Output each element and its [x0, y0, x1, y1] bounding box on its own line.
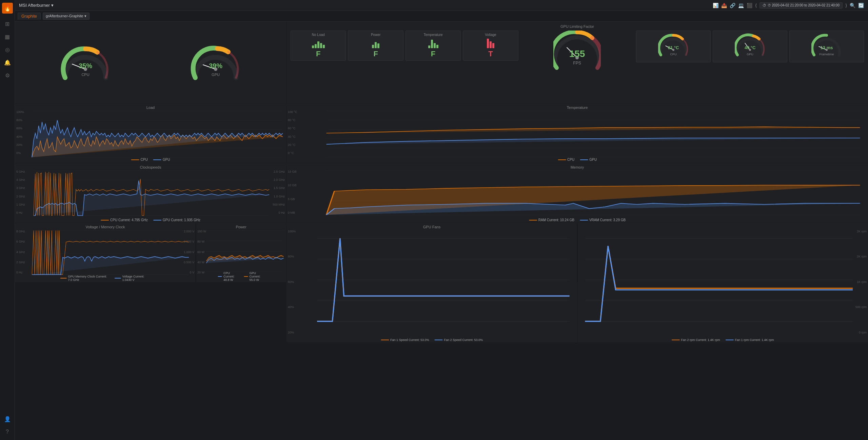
gpu-limiting-title: GPU Limiting Factor	[291, 24, 864, 28]
fans-y-axis-right: 2K rpm 2K rpm 1K rpm 500 rpm 0 rpm	[855, 230, 867, 334]
temperature-chart-title: Temperature	[287, 106, 868, 110]
temperature-chart-panel: Temperature 100 °C 80 °C 60 °C 40 °C 20 …	[287, 103, 868, 163]
voltage-y-axis-right: 2.000 V 1.500 V 1.000 V 0.500 V 0 V	[184, 230, 194, 274]
load-chart-panel: Load 100% 80% 60% 40% 20% 0%	[15, 103, 286, 163]
voltage-chart-title: Voltage / Memory Clock	[15, 225, 196, 229]
legend-clock-gpu: GPU Current: 1.935 GHz	[153, 218, 200, 222]
clockspeed-legend: CPU Current: 4.795 GHz GPU Current: 1.93…	[101, 218, 200, 222]
gpu-limiting-panel: GPU Limiting Factor No Load	[287, 22, 868, 103]
svg-text:39%: 39%	[209, 62, 222, 70]
temp-bars	[428, 38, 438, 48]
limiting-voltage: Voltage T	[463, 31, 518, 61]
app-logo: 🔥	[2, 3, 13, 14]
fps-gauge-container: 155 FPS	[520, 31, 634, 78]
limiting-no-load: No Load F	[291, 31, 346, 61]
voltage-bars	[487, 38, 494, 48]
prev-icon[interactable]: ⟨	[755, 3, 757, 8]
bottom-right-panels: GPU Fans 100% 80% 60% 40% 20%	[287, 223, 868, 282]
clock-gpu-current: GPU Current: 1.935 GHz	[163, 218, 200, 222]
memory-chart-title: Memory	[287, 165, 868, 169]
next-icon[interactable]: ⟩	[845, 3, 847, 8]
cpu-gauge-svg: 35% CPU	[60, 44, 111, 81]
no-load-bars	[312, 38, 325, 48]
svg-text:35%: 35%	[79, 62, 92, 70]
gpu-temp-gauge: 49 °C GPU	[713, 31, 787, 62]
fans-rpm-svg	[577, 223, 868, 342]
user-icon[interactable]: 👤	[2, 414, 13, 424]
gpu-temp-gauge-svg: 49 °C GPU	[735, 33, 765, 60]
temp-y-axis: 100 °C 80 °C 60 °C 40 °C 20 °C 0 °C	[288, 110, 297, 155]
refresh-icon[interactable]: 🔄	[858, 3, 864, 8]
fans-percent-legend: Fan 1 Speed Current: 53.0% Fan 2 Speed C…	[381, 338, 483, 342]
main-area: MSI Afterburner ▾ 📊 📤 🔗 💻 ⬛ ⟨ ⏱ ⏱ 2020-0…	[15, 0, 868, 440]
chart-icon[interactable]: 📊	[713, 3, 718, 8]
dashboard-selector[interactable]: grAfterburner-Graphite ▾	[43, 13, 90, 20]
app-title[interactable]: MSI Afterburner ▾	[19, 3, 54, 8]
frametime-gauge-svg: 13 ms Frametime	[811, 33, 842, 60]
legend-temp-cpu: CPU	[558, 158, 574, 161]
memory-chart-panel: Memory 15 GB 10 GB 5 GB 0 MB RA	[287, 163, 868, 223]
load-chart-legend: CPU GPU	[131, 158, 170, 161]
power-y-axis: 100 W 80 W 60 W 40 W 20 W	[197, 230, 206, 274]
left-navigation: 🔥 ⊞ ▦ ◎ 🔔 ⚙ 👤 ?	[0, 0, 15, 440]
svg-text:61 °C: 61 °C	[668, 45, 679, 50]
legend-ram: RAM Current: 10.24 GB	[529, 218, 574, 222]
clock-cpu-current: CPU Current: 4.795 GHz	[110, 218, 148, 222]
monitor-icon[interactable]: 💻	[738, 3, 744, 8]
clockspeed-chart-panel: Clockspeeds 5 GHz 4 GHz 3 GHz 2 GHz 1 GH…	[15, 163, 286, 223]
svg-text:GPU: GPU	[212, 73, 220, 77]
zoom-icon[interactable]: 🔍	[850, 3, 855, 8]
bottom-left-panels: Voltage / Memory Clock 8 GHz 6 GHz 4 GHz…	[15, 223, 286, 282]
limiting-power: Power F	[348, 31, 403, 61]
home-icon[interactable]: ⊞	[2, 18, 13, 29]
top-bar-actions: 📊 📤 🔗 💻 ⬛ ⟨ ⏱ ⏱ 2020-04-02 21:20:00 to 2…	[713, 2, 864, 8]
load-y-axis: 100% 80% 60% 40% 20% 0%	[16, 110, 24, 155]
breadcrumb-bar: Graphite grAfterburner-Graphite ▾	[15, 11, 868, 22]
power-legend: CPU Current: 48.8 W GPU Current: 55.0 W	[218, 271, 264, 282]
gpu-fans-percent-panel: GPU Fans 100% 80% 60% 40% 20%	[287, 223, 577, 342]
power-chart-panel: Power 100 W 80 W 60 W 40 W 20 W	[196, 223, 286, 282]
link-icon[interactable]: 🔗	[730, 3, 735, 8]
svg-text:49 °C: 49 °C	[745, 45, 756, 50]
dashboard-grid: 35% CPU 39% GPU GPU Limiti	[15, 22, 868, 440]
power-bars	[372, 38, 379, 48]
fans-chart-title: GPU Fans	[287, 225, 577, 229]
gear-icon[interactable]: ⚙	[2, 70, 13, 81]
fullscreen-icon[interactable]: ⬛	[747, 3, 752, 8]
clockspeed-chart-svg	[15, 163, 286, 223]
clockspeed-chart-title: Clockspeeds	[15, 165, 286, 169]
fans-percent-svg	[287, 223, 577, 342]
memory-legend: RAM Current: 10.24 GB VRAM Current: 3.29…	[529, 218, 626, 222]
svg-text:FPS: FPS	[573, 61, 581, 65]
time-range-picker[interactable]: ⏱ ⏱ 2020-04-02 21:20:00 to 2020-04-02 21…	[760, 2, 843, 8]
svg-text:Frametime: Frametime	[820, 53, 834, 56]
legend-gpu: GPU	[153, 158, 170, 161]
svg-text:155: 155	[569, 49, 585, 59]
bell-icon[interactable]: 🔔	[2, 57, 13, 68]
limiting-temperature: Temperature F	[406, 31, 461, 61]
fans-rpm-legend: Fan 2 rpm Current: 1.4K rpm Fan 1 rpm Cu…	[671, 338, 774, 342]
cpu-gauge-container: 35% CPU	[60, 44, 111, 81]
graphite-tab[interactable]: Graphite	[18, 13, 41, 20]
temperature-chart-svg	[287, 103, 868, 163]
voltage-y-axis-left: 8 GHz 6 GHz 4 GHz 2 GHz 0 Hz	[16, 230, 25, 274]
help-icon[interactable]: ?	[2, 426, 13, 437]
gpu-fans-rpm-panel: 2K rpm 2K rpm 1K rpm 500 rpm 0 rpm	[577, 223, 868, 342]
fps-gauge-svg: 155 FPS	[553, 31, 601, 78]
voltage-legend: GPU Memory Clock Current: 7.0 GHz Voltag…	[60, 275, 151, 282]
cpu-temp-gauge-svg: 61 °C CPU	[658, 33, 689, 60]
share-icon[interactable]: 📤	[721, 3, 727, 8]
memory-chart-svg	[287, 163, 868, 223]
voltage-chart-svg	[15, 223, 196, 282]
circle-icon[interactable]: ◎	[2, 44, 13, 55]
svg-text:13 ms: 13 ms	[821, 45, 833, 50]
frametime-gauge: 13 ms Frametime	[789, 31, 864, 62]
legend-cpu: CPU	[131, 158, 148, 161]
memory-y-axis: 15 GB 10 GB 5 GB 0 MB	[288, 170, 297, 214]
gpu-gauge-svg: 39% GPU	[190, 44, 241, 81]
dashboard-icon[interactable]: ▦	[2, 31, 13, 42]
svg-text:GPU: GPU	[747, 53, 753, 56]
power-chart-title: Power	[196, 225, 286, 229]
legend-temp-gpu: GPU	[580, 158, 597, 161]
svg-text:CPU: CPU	[81, 73, 89, 77]
